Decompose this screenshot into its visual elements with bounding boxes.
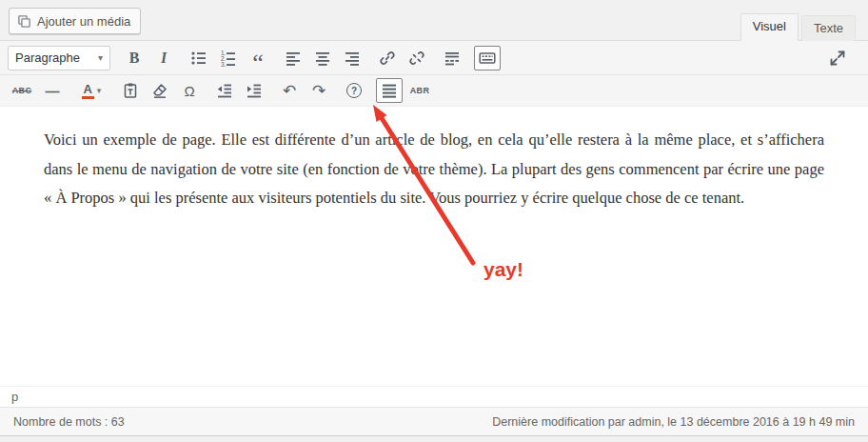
bulleted-list-button[interactable] <box>186 46 212 70</box>
paragraph-style-label: Paragraphe <box>15 50 80 65</box>
paragraph-style-select[interactable]: Paragraphe ▾ <box>8 46 110 70</box>
clear-formatting-button[interactable] <box>147 78 173 103</box>
outdent-button[interactable] <box>211 78 238 103</box>
tab-text[interactable]: Texte <box>801 15 856 41</box>
bulleted-list-icon <box>189 49 208 68</box>
unlink-icon <box>407 49 426 68</box>
editor-container: Paragraphe ▾ B I 1. 2. 3. <box>0 40 868 436</box>
indent-icon <box>245 81 264 100</box>
numbered-list-button[interactable]: 1. 2. 3. <box>215 46 242 70</box>
abbreviation-button[interactable]: ABR <box>405 78 434 103</box>
add-media-label: Ajouter un média <box>37 14 130 29</box>
horizontal-rule-icon: — <box>46 83 60 99</box>
text-color-swatch <box>82 96 94 99</box>
align-right-icon <box>343 49 362 68</box>
word-count: Nombre de mots : 63 <box>13 415 125 429</box>
read-more-button[interactable] <box>439 46 465 70</box>
clipboard-icon <box>121 81 140 100</box>
eraser-icon <box>150 81 169 100</box>
numbered-list-icon: 1. 2. 3. <box>219 49 238 68</box>
element-path-bar: p <box>0 386 868 407</box>
outdent-icon <box>215 81 234 100</box>
chevron-down-icon: ▾ <box>97 86 102 95</box>
text-color-icon: A <box>82 83 94 99</box>
editor-header: Ajouter un média Visuel Texte <box>0 0 868 40</box>
media-icon <box>17 14 31 29</box>
italic-button[interactable]: I <box>150 46 177 70</box>
help-icon: ? <box>346 83 362 98</box>
link-icon <box>378 49 397 68</box>
toolbar-toggle-button[interactable] <box>474 46 501 70</box>
read-more-icon <box>443 49 462 68</box>
text-color-letter: A <box>84 83 92 95</box>
align-left-icon <box>284 49 303 68</box>
blockquote-icon: “ <box>252 58 264 68</box>
undo-icon: ↶ <box>283 83 296 99</box>
abbreviation-icon: ABR <box>410 86 429 95</box>
paragraph-text[interactable]: Voici un exemple de page. Elle est diffé… <box>44 126 824 213</box>
strikethrough-button[interactable]: ABC <box>8 78 36 103</box>
keyboard-icon <box>478 49 497 68</box>
redo-button[interactable]: ↷ <box>306 78 332 103</box>
insert-link-button[interactable] <box>374 46 401 70</box>
add-media-button[interactable]: Ajouter un média <box>9 8 141 34</box>
redo-icon: ↷ <box>312 83 326 99</box>
omega-icon: Ω <box>184 83 194 99</box>
help-glyph: ? <box>351 86 357 96</box>
align-center-button[interactable] <box>309 46 336 70</box>
editor-mode-tabs: Visuel Texte <box>740 13 856 41</box>
justify-button[interactable] <box>376 78 403 103</box>
toolbar-primary: Paragraphe ▾ B I 1. 2. 3. <box>0 41 868 75</box>
align-left-button[interactable] <box>280 46 306 70</box>
paste-as-text-button[interactable] <box>117 78 144 103</box>
text-color-button[interactable]: A ▾ <box>74 78 108 103</box>
help-button[interactable]: ? <box>341 78 367 103</box>
align-right-button[interactable] <box>339 46 365 70</box>
special-character-button[interactable]: Ω <box>176 78 203 103</box>
italic-icon: I <box>161 50 167 67</box>
strikethrough-icon: ABC <box>12 86 31 95</box>
editor-content[interactable]: Voici un exemple de page. Elle est diffé… <box>0 107 868 386</box>
status-bar: Nombre de mots : 63 Dernière modificatio… <box>0 407 868 435</box>
align-center-icon <box>313 49 332 68</box>
last-modified: Dernière modification par admin, le 13 d… <box>492 415 855 429</box>
indent-button[interactable] <box>241 78 267 103</box>
svg-text:3.: 3. <box>221 61 227 68</box>
blockquote-button[interactable]: “ <box>245 46 271 70</box>
bold-icon: B <box>129 50 140 67</box>
horizontal-rule-button[interactable]: — <box>39 78 66 103</box>
fullscreen-icon <box>828 49 847 68</box>
toolbar-secondary: ABC — A ▾ <box>0 75 868 107</box>
element-path[interactable]: p <box>11 390 18 404</box>
bold-button[interactable]: B <box>121 46 148 70</box>
remove-link-button[interactable] <box>404 46 430 70</box>
chevron-down-icon: ▾ <box>98 52 103 63</box>
justify-icon <box>380 81 399 100</box>
fullscreen-button[interactable] <box>824 46 851 70</box>
tab-visual[interactable]: Visuel <box>740 13 799 41</box>
undo-button[interactable]: ↶ <box>276 78 303 103</box>
